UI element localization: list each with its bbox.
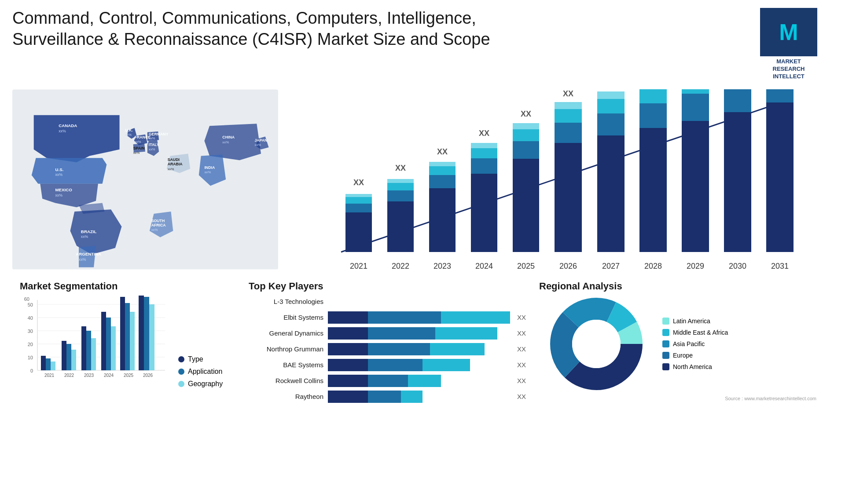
svg-point-142 xyxy=(572,320,621,368)
svg-text:xx%: xx% xyxy=(204,170,211,174)
logo-area: M MARKETRESEARCHINTELLECT xyxy=(745,8,833,80)
svg-text:ITALY: ITALY xyxy=(149,142,159,147)
legend-apac: Asia Pacific xyxy=(662,340,728,347)
players-section: Top Key Players L-3 Technologies Elbit S… xyxy=(246,278,528,409)
svg-text:INDIA: INDIA xyxy=(204,165,215,169)
svg-text:50: 50 xyxy=(28,302,33,307)
svg-rect-41 xyxy=(387,201,414,252)
svg-rect-50 xyxy=(429,162,456,166)
svg-rect-126 xyxy=(106,318,111,370)
svg-rect-68 xyxy=(555,102,582,109)
svg-text:2022: 2022 xyxy=(392,262,409,270)
svg-rect-127 xyxy=(111,326,116,370)
legend-latin: Latin America xyxy=(662,318,728,325)
player-row-l3: L-3 Technologies xyxy=(249,296,526,308)
player-bar-ng xyxy=(328,343,510,355)
svg-text:xx%: xx% xyxy=(149,136,155,140)
player-name-rc: Rockwell Collins xyxy=(249,377,323,384)
svg-rect-61 xyxy=(513,129,539,141)
svg-text:2029: 2029 xyxy=(687,262,704,270)
svg-rect-72 xyxy=(597,113,625,135)
svg-text:60: 60 xyxy=(24,296,29,302)
bar-chart: XX 2021 XX 2022 XX 2023 xyxy=(290,89,823,274)
svg-text:2025: 2025 xyxy=(124,373,134,378)
legend-item-type: Type xyxy=(178,355,223,363)
svg-rect-93 xyxy=(766,89,794,102)
svg-text:xx%: xx% xyxy=(59,129,66,133)
svg-rect-37 xyxy=(345,197,372,204)
svg-text:U.S.: U.S. xyxy=(55,167,63,172)
svg-rect-118 xyxy=(66,344,71,370)
svg-text:2024: 2024 xyxy=(104,373,114,378)
svg-text:xx%: xx% xyxy=(135,140,141,144)
player-bar-rc xyxy=(328,375,510,387)
svg-rect-82 xyxy=(682,121,709,252)
player-bar-gd xyxy=(328,327,510,340)
legend-dot-geography xyxy=(178,381,184,387)
segmentation-title: Market Segmentation xyxy=(20,281,235,292)
svg-text:2026: 2026 xyxy=(559,262,577,270)
svg-text:XX: XX xyxy=(437,147,448,156)
svg-text:XX: XX xyxy=(479,129,489,138)
svg-text:CHINA: CHINA xyxy=(222,135,235,139)
svg-text:xx%: xx% xyxy=(79,257,86,262)
svg-text:2023: 2023 xyxy=(434,262,451,270)
player-xx-bae: XX xyxy=(517,361,526,369)
svg-rect-38 xyxy=(345,194,372,197)
player-name-ng: Northrop Grumman xyxy=(249,345,323,353)
map-section: CANADA xx% U.S. xx% MEXICO xx% BRAZIL xx… xyxy=(9,85,282,274)
svg-text:2027: 2027 xyxy=(602,262,620,270)
bottom-grid: Market Segmentation 0 10 20 30 40 50 60 xyxy=(9,274,836,409)
svg-rect-87 xyxy=(724,112,751,252)
svg-rect-60 xyxy=(513,141,539,159)
svg-rect-130 xyxy=(125,303,130,370)
svg-rect-48 xyxy=(429,175,456,188)
player-row-rc: Rockwell Collins XX xyxy=(249,375,526,387)
svg-rect-49 xyxy=(429,166,456,175)
svg-text:xx%: xx% xyxy=(149,147,155,151)
legend-label-application: Application xyxy=(188,368,222,376)
svg-text:XX: XX xyxy=(563,89,573,98)
svg-text:xx%: xx% xyxy=(133,150,140,154)
svg-text:XX: XX xyxy=(353,178,364,187)
svg-rect-55 xyxy=(471,148,497,158)
svg-rect-53 xyxy=(471,174,497,252)
svg-rect-129 xyxy=(120,297,125,370)
svg-text:2025: 2025 xyxy=(517,262,535,270)
donut-legend: Latin America Middle East & Africa Asia … xyxy=(662,318,728,370)
svg-text:CANADA: CANADA xyxy=(59,123,77,128)
svg-rect-113 xyxy=(41,356,46,370)
svg-rect-122 xyxy=(86,331,91,370)
svg-text:AFRICA: AFRICA xyxy=(151,223,166,227)
svg-text:xx%: xx% xyxy=(125,132,132,136)
svg-text:0: 0 xyxy=(30,368,33,373)
svg-text:SOUTH: SOUTH xyxy=(151,219,165,223)
svg-text:2024: 2024 xyxy=(475,262,493,270)
svg-rect-66 xyxy=(555,123,582,143)
svg-text:MEXICO: MEXICO xyxy=(55,187,72,192)
legend-color-europe xyxy=(662,352,669,359)
svg-text:2021: 2021 xyxy=(44,373,55,378)
svg-rect-73 xyxy=(597,99,625,113)
header: Command, Control, Communications, Comput… xyxy=(0,0,845,85)
legend-item-geography: Geography xyxy=(178,380,223,388)
legend-label-type: Type xyxy=(188,355,203,363)
seg-chart-container: 0 10 20 30 40 50 60 xyxy=(20,296,235,388)
svg-text:JAPAN: JAPAN xyxy=(254,138,267,142)
svg-rect-83 xyxy=(682,94,709,121)
svg-text:xx%: xx% xyxy=(168,167,174,171)
player-row-elbit: Elbit Systems XX xyxy=(249,311,526,324)
svg-text:30: 30 xyxy=(28,329,33,334)
page-title: Command, Control, Communications, Comput… xyxy=(12,8,562,50)
svg-text:2031: 2031 xyxy=(771,262,789,270)
legend-item-application: Application xyxy=(178,368,223,376)
legend-label-apac: Asia Pacific xyxy=(673,340,705,347)
svg-text:XX: XX xyxy=(521,110,531,118)
svg-rect-119 xyxy=(71,350,76,370)
player-bar-elbit xyxy=(328,311,510,324)
legend-na: North America xyxy=(662,363,728,370)
player-row-ng: Northrop Grumman XX xyxy=(249,343,526,355)
svg-rect-131 xyxy=(130,312,135,370)
svg-rect-78 xyxy=(639,103,667,128)
player-xx-rc: XX xyxy=(517,377,526,384)
